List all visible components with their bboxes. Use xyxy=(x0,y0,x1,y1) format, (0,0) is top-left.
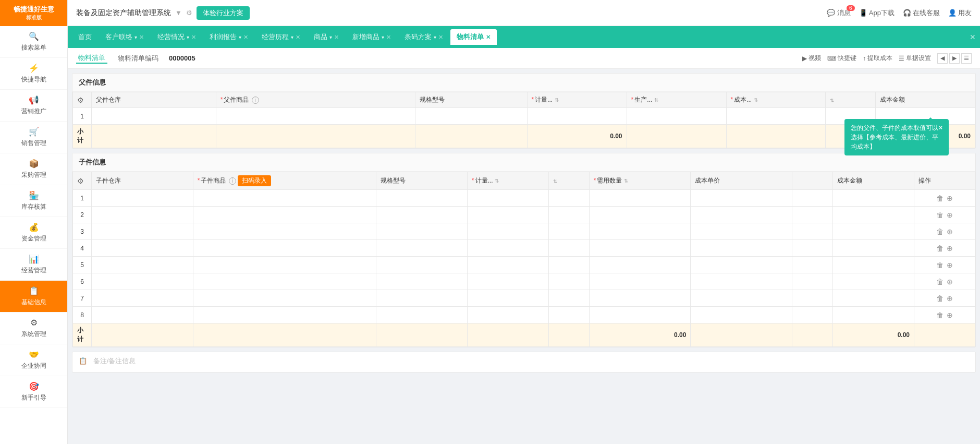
child-spec-0[interactable] xyxy=(376,190,467,207)
user-btn[interactable]: 👤 用友 xyxy=(948,8,972,18)
child-delete-0[interactable]: 🗑 xyxy=(936,194,944,202)
nav-tab-arrow-2[interactable]: ▾ xyxy=(187,34,189,40)
child-unit-cost-1[interactable] xyxy=(691,207,792,223)
child-product-0[interactable] xyxy=(193,190,376,207)
nav-tab-close-2[interactable]: ✕ xyxy=(191,34,196,41)
gear-btn[interactable]: ⚙ xyxy=(186,9,192,17)
child-spec-7[interactable] xyxy=(376,307,467,323)
nav-tab-3[interactable]: 利润报告▾✕ xyxy=(203,29,254,45)
child-product-4[interactable] xyxy=(193,257,376,273)
child-warehouse-6[interactable] xyxy=(92,290,193,307)
child-spec-3[interactable] xyxy=(376,240,467,257)
list-view-btn[interactable]: ☰ xyxy=(961,53,972,64)
child-unit-cost-3[interactable] xyxy=(691,240,792,257)
app-download-btn[interactable]: 📱 App下载 xyxy=(859,8,895,18)
nav-tab-1[interactable]: 客户联络▾✕ xyxy=(99,29,150,45)
child-warehouse-2[interactable] xyxy=(92,223,193,240)
child-unit-cost-4[interactable] xyxy=(691,257,792,273)
child-delete-5[interactable]: 🗑 xyxy=(936,278,944,286)
child-unit-1[interactable] xyxy=(467,207,548,223)
child-product-6[interactable] xyxy=(193,290,376,307)
nav-tab-arrow-6[interactable]: ▾ xyxy=(382,34,384,40)
nav-tab-arrow-1[interactable]: ▾ xyxy=(134,34,137,40)
sidebar-item-9[interactable]: ⚙系统管理 xyxy=(0,313,67,344)
child-copy-6[interactable]: ⊕ xyxy=(947,294,953,303)
child-unit-7[interactable] xyxy=(467,307,548,323)
child-unit-3[interactable] xyxy=(467,240,548,257)
nav-tab-close-7[interactable]: ✕ xyxy=(438,34,443,41)
child-spec-1[interactable] xyxy=(376,207,467,223)
nav-tab-2[interactable]: 经营情况▾✕ xyxy=(151,29,202,45)
child-copy-2[interactable]: ⊕ xyxy=(947,227,953,236)
nav-tab-close-5[interactable]: ✕ xyxy=(334,34,339,41)
child-unit-cost-5[interactable] xyxy=(691,273,792,290)
child-unit-6[interactable] xyxy=(467,290,548,307)
child-qty-4[interactable] xyxy=(589,257,691,273)
child-unit-2[interactable] xyxy=(467,223,548,240)
nav-tab-arrow-5[interactable]: ▾ xyxy=(329,34,332,40)
dropdown-arrow[interactable]: ▼ xyxy=(175,9,182,17)
sub-tab-list[interactable]: 物料清单 xyxy=(76,53,107,64)
child-qty-1[interactable] xyxy=(589,207,691,223)
child-warehouse-4[interactable] xyxy=(92,257,193,273)
child-qty-5[interactable] xyxy=(589,273,691,290)
child-copy-7[interactable]: ⊕ xyxy=(947,311,953,319)
child-warehouse-5[interactable] xyxy=(92,273,193,290)
sidebar-item-7[interactable]: 📊经营管理 xyxy=(0,249,67,281)
nav-tab-8[interactable]: 物料清单✕ xyxy=(450,29,497,45)
child-delete-3[interactable]: 🗑 xyxy=(936,244,944,253)
child-product-info[interactable]: i xyxy=(229,177,236,185)
child-unit-cost-2[interactable] xyxy=(691,223,792,240)
child-copy-1[interactable]: ⊕ xyxy=(947,211,953,219)
nav-left-btn[interactable]: ◀ xyxy=(937,53,948,64)
nav-tab-arrow-3[interactable]: ▾ xyxy=(239,34,241,40)
parent-produce-cell[interactable] xyxy=(627,108,726,125)
child-delete-2[interactable]: 🗑 xyxy=(936,227,944,236)
nav-tab-5[interactable]: 商品▾✕ xyxy=(308,29,345,45)
child-copy-5[interactable]: ⊕ xyxy=(947,278,953,286)
child-copy-0[interactable]: ⊕ xyxy=(947,194,953,202)
child-product-3[interactable] xyxy=(193,240,376,257)
close-all-icon[interactable]: ✕ xyxy=(970,33,976,41)
child-settings-gear[interactable]: ⚙ xyxy=(77,177,84,185)
parent-cost-cell[interactable] xyxy=(726,108,826,125)
sidebar-item-6[interactable]: 💰资金管理 xyxy=(0,217,67,249)
child-product-7[interactable] xyxy=(193,307,376,323)
child-spec-5[interactable] xyxy=(376,273,467,290)
sidebar-item-1[interactable]: ⚡快捷导航 xyxy=(0,58,67,90)
child-qty-0[interactable] xyxy=(589,190,691,207)
child-unit-cost-6[interactable] xyxy=(691,290,792,307)
child-warehouse-3[interactable] xyxy=(92,240,193,257)
child-product-5[interactable] xyxy=(193,273,376,290)
nav-tab-4[interactable]: 经营历程▾✕ xyxy=(255,29,307,45)
child-copy-4[interactable]: ⊕ xyxy=(947,261,953,269)
child-warehouse-7[interactable] xyxy=(92,307,193,323)
sidebar-item-10[interactable]: 🤝企业协同 xyxy=(0,344,67,376)
child-product-2[interactable] xyxy=(193,223,376,240)
child-delete-1[interactable]: 🗑 xyxy=(936,211,944,219)
child-unit-4[interactable] xyxy=(467,257,548,273)
sidebar-item-4[interactable]: 📦采购管理 xyxy=(0,153,67,185)
nav-tab-close-8[interactable]: ✕ xyxy=(486,34,491,41)
shortcut-btn[interactable]: ⌨ 快捷键 xyxy=(827,54,856,63)
nav-tab-close-6[interactable]: ✕ xyxy=(386,34,391,41)
try-button[interactable]: 体验行业方案 xyxy=(197,6,250,20)
sidebar-item-5[interactable]: 🏪库存核算 xyxy=(0,185,67,217)
child-copy-3[interactable]: ⊕ xyxy=(947,244,953,253)
parent-settings-gear[interactable]: ⚙ xyxy=(77,96,84,104)
tooltip-close-btn[interactable]: × xyxy=(939,123,942,133)
parent-unit-cell[interactable] xyxy=(527,108,627,125)
child-unit-cost-0[interactable] xyxy=(691,190,792,207)
nav-right-btn[interactable]: ▶ xyxy=(949,53,960,64)
view-btn[interactable]: ▶ 视频 xyxy=(802,54,821,63)
child-qty-3[interactable] xyxy=(589,240,691,257)
child-spec-4[interactable] xyxy=(376,257,467,273)
sidebar-item-2[interactable]: 📢营销推广 xyxy=(0,90,67,122)
parent-warehouse-cell[interactable] xyxy=(92,108,216,125)
single-setting-btn[interactable]: ☰ 单据设置 xyxy=(899,54,931,63)
parent-product-info[interactable]: i xyxy=(252,97,259,104)
nav-tab-close-3[interactable]: ✕ xyxy=(243,34,248,41)
parent-spec-cell[interactable] xyxy=(415,108,527,125)
extract-cost-btn[interactable]: ↑ 提取成本 xyxy=(863,54,892,63)
child-spec-2[interactable] xyxy=(376,223,467,240)
